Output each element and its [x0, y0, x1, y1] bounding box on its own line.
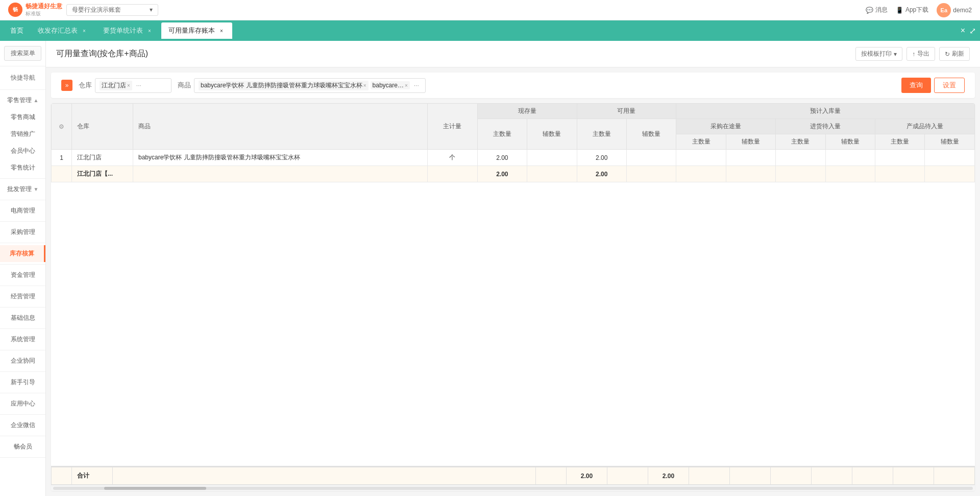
tab-close-order[interactable]: × — [146, 27, 153, 34]
search-button[interactable]: 查询 — [901, 78, 931, 93]
product-input[interactable]: babycare学饮杯 儿童防摔防撞吸管杯重力球吸嘴杯宝宝水杯 × babyca… — [194, 78, 426, 93]
sidebar: 搜索菜单 快捷导航 零售管理 ▲ 零售商城 营销推广 会员中心 零售统计 — [0, 41, 46, 496]
nav-tabs-bar: 首页 收发存汇总表 × 要货单统计表 × 可用量库存账本 × × ⤢ — [0, 20, 980, 41]
row-pp-main — [776, 166, 825, 182]
tab-close-available[interactable]: × — [218, 27, 225, 34]
footer-fp-aux — [934, 467, 975, 485]
sidebar-item-vip-member[interactable]: 畅会员 — [0, 438, 45, 455]
th-unit: 主计量 — [428, 104, 477, 150]
row-unit: 个 — [428, 150, 477, 166]
chevron-down-icon-print: ▾ — [894, 51, 897, 58]
tab-close-receive[interactable]: × — [81, 27, 88, 34]
close-nav-btn[interactable]: × — [961, 26, 965, 36]
row-avail-aux — [626, 166, 676, 182]
sidebar-item-retail-mgmt[interactable]: 零售管理 ▲ — [0, 92, 45, 109]
product-more-btn[interactable]: ··· — [412, 82, 421, 89]
row-fp-aux — [925, 166, 975, 182]
row-fp-aux — [925, 150, 975, 166]
th-warehouse: 仓库 — [72, 104, 133, 150]
sidebar-item-marketing[interactable]: 营销推广 — [0, 126, 45, 143]
table-row: 江北门店【...2.002.00 — [52, 166, 975, 182]
footer-label: 合计 — [72, 467, 113, 485]
logo-icon: 畅 — [8, 3, 22, 17]
tab-receive-summary[interactable]: 收发存汇总表 × — [31, 22, 95, 39]
filter-expand-button[interactable]: » — [61, 80, 72, 91]
export-icon: ↑ — [912, 51, 915, 58]
page-header: 可用量查询(按仓库+商品) 按模板打印 ▾ ↑ 导出 ↻ 刷新 — [46, 41, 980, 67]
page-actions: 按模板打印 ▾ ↑ 导出 ↻ 刷新 — [855, 47, 970, 61]
row-stock-main: 2.00 — [477, 166, 527, 182]
sidebar-item-app-center[interactable]: 应用中心 — [0, 395, 45, 412]
table-container[interactable]: ⚙ 仓库 商品 主计量 现存量 可用量 预计入库量 主数量 辅数量 — [51, 103, 975, 466]
app-download-button[interactable]: 📱 App下载 — [896, 6, 928, 14]
scrollbar-thumb[interactable] — [104, 487, 206, 490]
refresh-button[interactable]: ↻ 刷新 — [939, 47, 970, 61]
sidebar-item-inventory-check[interactable]: 库存核算 — [0, 245, 45, 262]
page-title: 可用量查询(按仓库+商品) — [56, 49, 148, 59]
sidebar-item-enterprise-wechat[interactable]: 企业微信 — [0, 417, 45, 434]
message-icon: 💬 — [866, 7, 873, 14]
chevron-down-icon: ▾ — [150, 6, 153, 13]
sidebar-item-new-guide[interactable]: 新手引导 — [0, 374, 45, 391]
footer-pp-aux — [852, 467, 893, 485]
tab-available-ledger[interactable]: 可用量库存账本 × — [161, 22, 232, 39]
main-layout: 搜索菜单 快捷导航 零售管理 ▲ 零售商城 营销推广 会员中心 零售统计 — [0, 41, 980, 496]
sidebar-section-vip: 畅会员 — [0, 436, 45, 458]
sidebar-section-app-center: 应用中心 — [0, 393, 45, 415]
search-menu-button[interactable]: 搜索菜单 — [4, 46, 41, 61]
sidebar-item-system-mgmt[interactable]: 系统管理 — [0, 331, 45, 348]
top-bar-right: 💬 消息 📱 App下载 Ea demo2 — [866, 3, 972, 17]
template-print-button[interactable]: 按模板打印 ▾ — [855, 47, 902, 61]
tab-order-stats[interactable]: 要货单统计表 × — [96, 22, 160, 39]
horizontal-scrollbar[interactable] — [51, 485, 975, 491]
export-button[interactable]: ↑ 导出 — [906, 47, 935, 61]
product-filter-label: 商品 — [178, 81, 191, 90]
sidebar-item-member-center[interactable]: 会员中心 — [0, 143, 45, 159]
warehouse-tag-close[interactable]: × — [127, 83, 130, 88]
row-stock-aux — [527, 166, 577, 182]
product-tag-2-close[interactable]: × — [405, 83, 408, 88]
row-num — [52, 166, 72, 182]
product-tag-1-close[interactable]: × — [363, 83, 366, 88]
sidebar-item-finance[interactable]: 资金管理 — [0, 267, 45, 284]
warehouse-filter-label: 仓库 — [79, 81, 92, 90]
th-fp-aux: 辅数量 — [925, 134, 975, 150]
sidebar-item-enterprise-collab[interactable]: 企业协同 — [0, 352, 45, 369]
chevron-icon: ▲ — [34, 98, 39, 103]
footer-fp-main — [893, 467, 934, 485]
sidebar-item-wholesale-mgmt[interactable]: 批发管理 ▼ — [0, 181, 45, 198]
sidebar-item-retail-mall[interactable]: 零售商城 — [0, 109, 45, 126]
sidebar-item-basic-info[interactable]: 基础信息 — [0, 310, 45, 326]
table-settings-icon[interactable]: ⚙ — [59, 123, 64, 130]
sidebar-section-enterprise-wechat: 企业微信 — [0, 415, 45, 436]
sidebar-section-finance: 资金管理 — [0, 265, 45, 286]
sidebar-section-basic: 基础信息 — [0, 308, 45, 329]
sidebar-item-purchase[interactable]: 采购管理 — [0, 224, 45, 241]
template-selector[interactable]: 母婴行业演示账套 ▾ — [66, 4, 158, 16]
row-num: 1 — [52, 150, 72, 166]
product-tag-2: babycare… × — [371, 81, 410, 89]
sidebar-item-operation[interactable]: 经营管理 — [0, 288, 45, 305]
settings-button[interactable]: 设置 — [934, 78, 965, 93]
tab-home[interactable]: 首页 — [4, 22, 30, 39]
warehouse-more-btn[interactable]: ··· — [134, 82, 143, 89]
warehouse-input[interactable]: 江北门店 × ··· — [95, 78, 172, 93]
logo-sub: 标准版 — [26, 10, 62, 17]
footer-stock-aux — [607, 467, 648, 485]
product-filter-group: 商品 babycare学饮杯 儿童防摔防撞吸管杯重力球吸嘴杯宝宝水杯 × bab… — [178, 78, 426, 93]
sidebar-section-purchase: 采购管理 — [0, 222, 45, 243]
top-bar-left: 畅 畅捷通好生意 标准版 母婴行业演示账套 ▾ — [8, 3, 158, 17]
sidebar-item-retail-stats[interactable]: 零售统计 — [0, 159, 45, 176]
row-avail-main: 2.00 — [577, 150, 626, 166]
row-stock-aux — [527, 150, 577, 166]
sidebar-item-quick-nav[interactable]: 快捷导航 — [0, 70, 45, 85]
top-bar: 畅 畅捷通好生意 标准版 母婴行业演示账套 ▾ 💬 消息 📱 App下载 Ea … — [0, 0, 980, 20]
sidebar-section-operation: 经营管理 — [0, 286, 45, 308]
th-finished-pending: 产成品待入量 — [875, 119, 975, 134]
footer-pt-aux — [771, 467, 812, 485]
row-pp-main — [776, 150, 825, 166]
message-button[interactable]: 💬 消息 — [866, 6, 888, 14]
sidebar-item-ecommerce[interactable]: 电商管理 — [0, 202, 45, 219]
user-profile[interactable]: Ea demo2 — [937, 3, 972, 17]
expand-nav-btn[interactable]: ⤢ — [969, 26, 976, 36]
